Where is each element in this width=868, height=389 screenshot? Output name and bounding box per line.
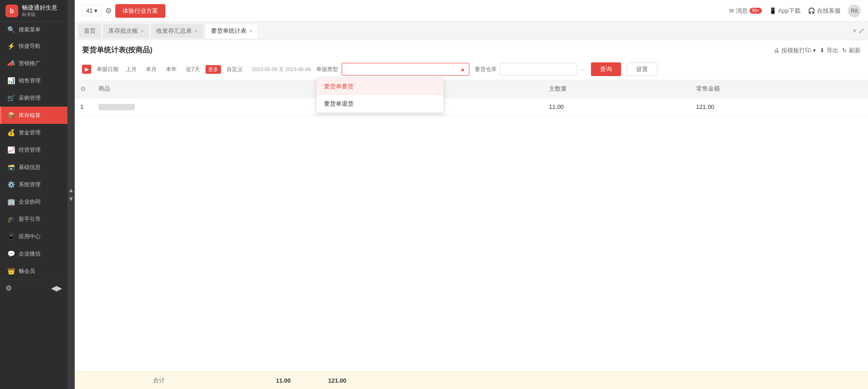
sales-icon: 📊 xyxy=(7,77,15,85)
top-header: 41 ▾ ⚙ 体验行业方案 ✉ 消息 99+ 📱 App下载 🎧 在线客服 Ri… xyxy=(75,0,868,22)
date-btn-custom[interactable]: 自定义 xyxy=(223,64,247,75)
member-icon: 👑 xyxy=(7,267,15,275)
sidebar-item-marketing[interactable]: 📣 营销推广 xyxy=(0,55,67,72)
page-header: 要货单统计表(按商品) 🖨 按模板打印 ▾ ⬇ 导出 ↻ 刷新 xyxy=(75,40,868,59)
sidebar-item-operation[interactable]: 📈 经营管理 xyxy=(0,141,67,159)
refresh-button[interactable]: ↻ 刷新 xyxy=(842,46,861,55)
table-settings-icon[interactable]: ⚙ xyxy=(80,85,86,92)
table-container: ⚙ 商品 主计量单位 主数量 零售金额 xyxy=(75,80,868,371)
tab-close-inventory-batch[interactable]: × xyxy=(141,28,144,34)
export-button[interactable]: ⬇ 导出 xyxy=(820,46,838,55)
date-btn-this-month[interactable]: 本月 xyxy=(142,64,160,75)
col-amount: 零售金额 xyxy=(691,80,868,98)
date-btn-7days[interactable]: 近7天 xyxy=(182,64,204,75)
footer-amount: 121.00 xyxy=(310,377,346,384)
scroll-down-icon[interactable]: ▼ xyxy=(68,195,74,202)
main-content: 41 ▾ ⚙ 体验行业方案 ✉ 消息 99+ 📱 App下载 🎧 在线客服 Ri… xyxy=(75,0,868,389)
purchase-icon: 🛒 xyxy=(7,94,15,102)
col-quantity: 主数量 xyxy=(544,80,691,98)
tab-receipts-summary[interactable]: 收发存汇总表 × xyxy=(151,24,203,38)
sidebar-item-quick-nav[interactable]: ⚡ 快捷导航 xyxy=(0,37,67,55)
date-filter-section: 单据日期 上月 本月 本年 近7天 更多 自定义 2023-05-06 至 20… xyxy=(97,64,311,75)
app-center-icon: 📱 xyxy=(7,232,15,241)
page-actions: 🖨 按模板打印 ▾ ⬇ 导出 ↻ 刷新 xyxy=(774,46,861,55)
settings-bottom-icon[interactable]: ⚙ xyxy=(5,284,12,292)
guide-icon: 🎓 xyxy=(7,215,15,223)
system-icon: ⚙️ xyxy=(7,180,15,189)
header-left: 41 ▾ ⚙ 体验行业方案 xyxy=(82,4,165,18)
tab-close-all-icon[interactable]: × xyxy=(853,27,857,35)
app-download-action[interactable]: 📱 App下载 xyxy=(769,7,801,15)
store-selector[interactable]: 41 ▾ xyxy=(82,5,102,16)
sidebar-item-guide[interactable]: 🎓 新手引导 xyxy=(0,210,67,228)
tab-order-stats[interactable]: 要货单统计表 × xyxy=(205,24,258,38)
sidebar: b 畅捷通好生意 标准版 🔍 搜索菜单 ⚡ 快捷导航 📣 营销推广 📊 销售管理… xyxy=(0,0,67,389)
date-btn-prev-month[interactable]: 上月 xyxy=(122,64,140,75)
sidebar-item-system[interactable]: ⚙️ 系统管理 xyxy=(0,176,67,193)
sidebar-item-app-center[interactable]: 📱 应用中心 xyxy=(0,228,67,245)
sidebar-item-inventory[interactable]: 📦 库存核算 xyxy=(0,107,67,124)
collapse-sidebar-icon[interactable]: ◀▶ xyxy=(51,284,62,292)
dropdown-item-order-return[interactable]: 要货单退货 xyxy=(317,95,443,113)
table-row: 1 块 11.00 121.00 xyxy=(75,98,868,116)
page-title: 要货单统计表(按商品) xyxy=(82,46,153,55)
sidebar-scroll-buttons[interactable]: ▲ ▼ xyxy=(67,0,75,389)
date-btn-this-year[interactable]: 本年 xyxy=(162,64,180,75)
service-icon: 🎧 xyxy=(808,7,815,14)
type-dropdown-arrow[interactable]: ▲ xyxy=(460,66,465,72)
footer-label: 合计 xyxy=(80,376,165,384)
sidebar-item-wechat[interactable]: 💬 企业微信 xyxy=(0,245,67,262)
finance-icon: 💰 xyxy=(7,128,15,137)
filter-bar: ▶ 单据日期 上月 本月 本年 近7天 更多 自定义 2023-05-06 至 … xyxy=(75,59,868,80)
inventory-icon: 📦 xyxy=(7,111,15,119)
filter-expand-button[interactable]: ▶ xyxy=(82,65,91,74)
cell-product xyxy=(93,98,336,116)
sidebar-item-search[interactable]: 🔍 搜索菜单 xyxy=(0,22,67,37)
print-button[interactable]: 🖨 按模板打印 ▾ xyxy=(774,46,816,55)
more-options-icon[interactable]: ··· xyxy=(580,66,586,73)
tab-close-order-stats[interactable]: × xyxy=(249,28,252,34)
dropdown-item-order-goods[interactable]: 要货单要货 xyxy=(317,78,443,95)
message-action[interactable]: ✉ 消息 99+ xyxy=(729,7,762,15)
search-icon: 🔍 xyxy=(7,26,15,34)
date-options: 上月 本月 本年 近7天 更多 自定义 xyxy=(122,64,247,75)
cell-amount: 121.00 xyxy=(691,98,868,116)
operation-icon: 📈 xyxy=(7,146,15,154)
base-icon: 🗃️ xyxy=(7,163,15,171)
type-filter-input[interactable]: ▲ xyxy=(342,63,469,76)
product-blurred xyxy=(98,104,135,110)
sidebar-item-sales[interactable]: 📊 销售管理 xyxy=(0,72,67,89)
trial-button[interactable]: 体验行业方案 xyxy=(115,4,165,18)
export-icon: ⬇ xyxy=(820,47,825,54)
scroll-up-icon[interactable]: ▲ xyxy=(68,187,74,194)
cell-num: 1 xyxy=(75,98,93,116)
settings-button[interactable]: 设置 xyxy=(627,62,657,76)
refresh-icon: ↻ xyxy=(842,47,847,54)
tab-inventory-batch[interactable]: 库存批次账 × xyxy=(103,24,149,38)
sidebar-item-base[interactable]: 🗃️ 基础信息 xyxy=(0,159,67,176)
data-table: ⚙ 商品 主计量单位 主数量 零售金额 xyxy=(75,80,868,116)
header-settings-icon[interactable]: ⚙ xyxy=(105,6,112,15)
tab-close-receipts-summary[interactable]: × xyxy=(195,28,197,34)
tab-home[interactable]: 首页 xyxy=(78,24,101,38)
type-filter-section: 单据类型 ▲ 要货单要货 要货单退货 xyxy=(316,63,469,76)
type-filter-text[interactable] xyxy=(346,66,460,72)
tab-expand-icon[interactable]: ⤢ xyxy=(858,26,864,35)
sidebar-item-member[interactable]: 👑 畅会员 xyxy=(0,262,67,280)
download-icon: 📱 xyxy=(769,7,776,14)
sidebar-item-enterprise[interactable]: 🏢 企业协同 xyxy=(0,193,67,210)
footer-quantity: 11.00 xyxy=(254,377,291,384)
sidebar-item-purchase[interactable]: 🛒 采购管理 xyxy=(0,89,67,107)
warehouse-filter-section: 要货仓库 ··· xyxy=(475,63,586,76)
user-avatar[interactable]: Rit xyxy=(848,5,861,17)
warehouse-filter-input[interactable] xyxy=(500,63,577,76)
sidebar-bottom: ⚙ ◀▶ xyxy=(0,280,67,296)
print-icon: 🖨 xyxy=(774,47,780,54)
online-service-action[interactable]: 🎧 在线客服 xyxy=(808,7,841,15)
type-dropdown-menu: 要货单要货 要货单退货 xyxy=(316,77,444,113)
print-dropdown-icon[interactable]: ▾ xyxy=(813,47,816,54)
query-button[interactable]: 查询 xyxy=(591,62,621,76)
date-btn-more[interactable]: 更多 xyxy=(205,65,221,74)
col-settings: ⚙ xyxy=(75,80,93,98)
sidebar-item-finance[interactable]: 💰 资金管理 xyxy=(0,124,67,141)
